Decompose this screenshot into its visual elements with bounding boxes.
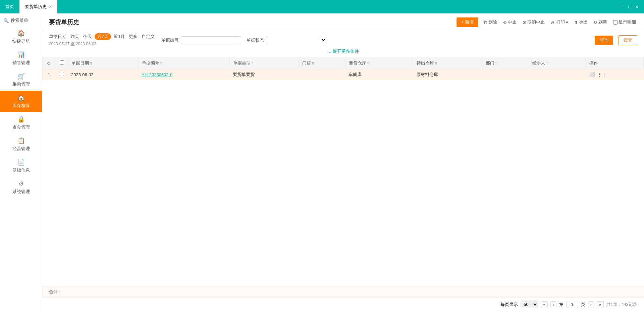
window-minimize-btn[interactable]: － [620,4,624,10]
tab-close-icon[interactable]: ✕ [49,4,52,9]
row-checkbox [56,69,68,80]
th-no: 单据编号 ⇅ [138,57,229,69]
expand-icon: ⌄ [328,49,331,54]
finance-icon: 🔒 [17,116,25,123]
expand-more-btn[interactable]: ⌄ 展开更多条件 [49,48,637,54]
row-edit-icon[interactable]: ⬜ [589,72,595,77]
date-opt-last1month[interactable]: 近1月 [112,33,126,40]
row-no[interactable]: YH-20230602-0 [138,69,229,80]
th-req-warehouse: 要货仓库 ⇅ [345,57,413,69]
row-store [299,69,345,80]
pagination-bar: 每页显示 50 10 20 100 « ‹ 第 1 页 › » 共1页，1条记录 [42,298,644,311]
date-opt-yesterday[interactable]: 昨天 [69,33,80,40]
row-more-icon[interactable]: ⋮⋮ [597,72,606,77]
operations-icon: 📋 [17,137,25,144]
table-row[interactable]: 1 2023-06-02 YH-20230602-0 要货单要货 车间库 原材料… [42,69,644,80]
total-info: 共1页，1条记录 [606,302,637,308]
th-settings[interactable]: ⚙ [42,57,56,69]
date-opt-more[interactable]: 更多 [127,33,139,40]
page-title: 要货单历史 [49,18,457,26]
row-date: 2023-06-02 [68,69,138,80]
top-bar-right: － □ ✕ [620,4,644,10]
date-opt-custom[interactable]: 自定义 [140,33,156,40]
query-button[interactable]: 查询 [595,36,613,45]
row-select-checkbox[interactable] [60,72,64,76]
select-all-checkbox[interactable] [60,60,64,65]
status-label: 单据状态 [247,37,264,43]
window-close-btn[interactable]: ✕ [635,4,639,9]
last-page-button[interactable]: » [597,301,604,308]
date-opt-last7days[interactable]: 近7天 [95,33,111,40]
th-type: 单据类型 ⇅ [229,57,299,69]
print-icon: 🖨 [551,20,555,25]
tab-order-history[interactable]: 要货单历史 ✕ [19,0,57,13]
system-icon: ⚙ [18,180,24,187]
cancel-stop-icon: ⊘ [523,20,526,25]
order-no-input[interactable] [181,36,241,44]
page-input[interactable]: 1 [566,301,578,308]
status-select[interactable] [266,36,326,44]
row-req-warehouse: 车间库 [345,69,413,80]
print-dropdown-icon: ▾ [566,20,568,25]
th-checkbox [56,57,68,69]
table-header: ⚙ 单据日期 ⇅ 单据编号 [42,57,644,69]
display-detail-checkbox[interactable]: 显示明细 [612,18,637,26]
window-maximize-btn[interactable]: □ [628,4,631,9]
sidebar-item-quick-nav[interactable]: 🏠 快捷导航 [0,26,42,48]
row-type: 要货单要货 [229,69,299,80]
export-button[interactable]: ⬆ 导出 [573,18,589,26]
print-button[interactable]: 🖨 打印 ▾ [549,18,570,26]
prev-page-button[interactable]: ‹ [550,301,556,308]
refresh-icon: ↻ [594,20,597,25]
row-department [482,69,529,80]
row-pending-warehouse: 原材料仓库 [413,69,482,80]
new-button[interactable]: + 新增 [457,17,478,27]
date-opt-today[interactable]: 今天 [82,33,93,40]
th-date: 单据日期 ⇅ [68,57,138,69]
sidebar-item-inventory[interactable]: 🏠 库存核算 [0,91,42,112]
sidebar-item-operations[interactable]: 📋 经营管理 [0,134,42,155]
sales-icon: 📊 [17,51,25,58]
sidebar-item-finance[interactable]: 🔒 资金管理 [0,112,42,134]
per-page-label: 每页显示 [500,302,518,308]
sort-req-warehouse-icon: ⇅ [367,61,370,65]
sort-date-icon: ⇅ [90,61,92,65]
per-page-select[interactable]: 50 10 20 100 [521,301,538,308]
th-store: 门店 ⇅ [299,57,345,69]
first-page-button[interactable]: « [541,301,548,308]
sidebar-item-base-info[interactable]: 📄 基础信息 [0,155,42,177]
row-handler [529,69,586,80]
sidebar-item-sales[interactable]: 📊 销售管理 [0,48,42,69]
settings-button[interactable]: 设置 [619,35,637,45]
inventory-icon: 🏠 [17,94,25,101]
order-no-label: 单据编号 [161,37,179,43]
filter-bar: 单据日期 昨天 今天 近7天 近1月 更多 自定义 2023-05-27 至 2… [42,30,644,57]
sort-no-icon: ⇅ [160,61,163,65]
content-area: 要货单历史 + 新增 🗑 删除 ⊘ 中止 ⊘ 取消中止 🖨 打印 [42,13,644,311]
row-actions: ⬜ ⋮⋮ [586,69,644,80]
refresh-button[interactable]: ↻ 刷新 [592,18,608,26]
cancel-stop-button[interactable]: ⊘ 取消中止 [521,18,546,26]
date-range-display: 2023-05-27 至 2023-06-02 [49,41,156,47]
sidebar-item-system[interactable]: ⚙ 系统管理 [0,177,42,198]
search-icon: 🔍 [3,18,9,23]
main-table: ⚙ 单据日期 ⇅ 单据编号 [42,57,644,80]
stop-button[interactable]: ⊘ 中止 [502,18,518,26]
next-page-button[interactable]: › [588,301,594,308]
date-filter-label: 单据日期 [49,34,66,40]
sort-store-icon: ⇅ [312,61,314,65]
delete-button[interactable]: 🗑 删除 [482,18,498,26]
sort-department-icon: ⇅ [495,61,498,65]
sidebar-search[interactable]: 🔍 搜索菜单 [0,15,42,26]
date-options: 昨天 今天 近7天 近1月 更多 自定义 [69,33,156,40]
sidebar-item-purchase[interactable]: 🛒 采购管理 [0,69,42,91]
page-header: 要货单历史 + 新增 🗑 删除 ⊘ 中止 ⊘ 取消中止 🖨 打印 [42,13,644,30]
th-action: 操作 [586,57,644,69]
display-detail-input[interactable] [613,20,618,25]
order-no-filter: 单据编号 [161,36,241,44]
tab-bar: 首页 要货单历史 ✕ [0,0,57,13]
delete-icon: 🗑 [483,20,487,25]
tab-home[interactable]: 首页 [0,0,19,13]
purchase-icon: 🛒 [17,73,25,80]
home-icon: 🏠 [17,30,25,37]
